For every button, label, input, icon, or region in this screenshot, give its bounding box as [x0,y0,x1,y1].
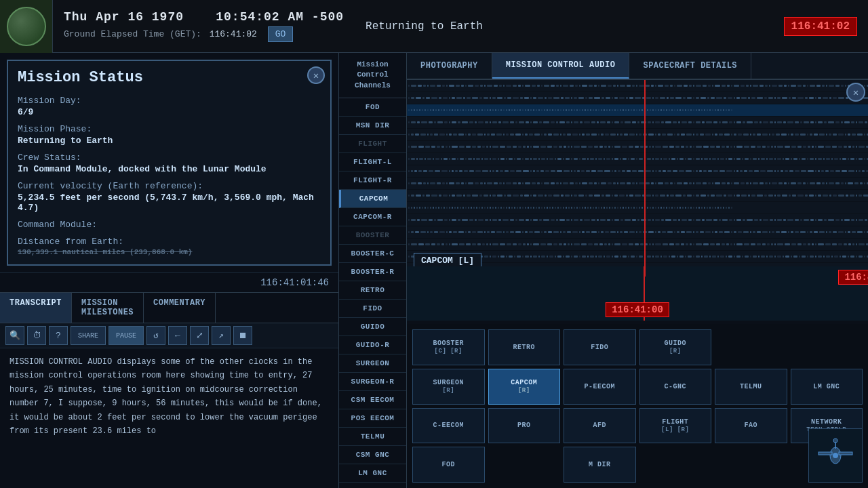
mission-day-label: Mission Day: [18,96,321,106]
control-btn-surgeon[interactable]: SURGEON[R] [412,369,485,405]
mission-phase-label: Mission Phase: [18,124,321,134]
channel-btn-pos-eecom[interactable]: POS EECOM [339,409,406,428]
panel-tab-mission-control-audio[interactable]: MISSION CONTROL AUDIO [492,53,630,79]
svg-rect-345 [839,452,852,455]
waveform-row [407,202,868,214]
waveform-timer: 116:41:00 [606,302,669,317]
get-line: Ground Elapsed Time (GET): 116:41:02 GO [64,26,344,42]
waveform-row [407,178,868,190]
waveform-row [407,214,868,226]
channel-btn-retro[interactable]: RETRO [339,281,406,300]
waveform-canvas [407,80,868,277]
channel-btn-csm-gnc[interactable]: CSM GNC [339,446,406,464]
module-label: Command Module: [18,220,321,230]
tab-transcript[interactable]: TRANSCRIPT [0,293,72,323]
datetime-block: Thu Apr 16 1970 10:54:02 AM -500 Ground … [53,5,355,47]
control-btn-booster[interactable]: BOOSTER[C] [R] [412,329,485,365]
channel-btn-telmu[interactable]: TELMU [339,428,406,446]
control-btn-flight[interactable]: FLIGHT[L] [R] [639,408,712,444]
date-display: Thu Apr 16 1970 10:54:02 AM -500 [64,10,344,24]
close-panel-button[interactable]: ✕ [846,83,865,102]
mission-timer: 116:41:02 [784,17,857,36]
channel-btn-csm-eecom[interactable]: CSM EECOM [339,391,406,409]
crew-status-value: In Command Module, docked with the Lunar… [18,164,321,174]
channel-btn-guido-r[interactable]: GUIDO-R [339,336,406,354]
svg-point-348 [833,439,837,443]
channel-btn-surgeon[interactable]: SURGEON [339,354,406,373]
top-bar: Thu Apr 16 1970 10:54:02 AM -500 Ground … [0,0,868,53]
tab-milestones[interactable]: MISSION MILESTONES [72,293,144,323]
channel-btn-capcom-r[interactable]: CAPCOM-R [339,208,406,226]
channel-list: FODMSN DIRFLIGHTFLIGHT-LFLIGHT-RCAPCOMCA… [339,98,406,488]
mission-phase-text: Returning to Earth [366,20,483,33]
main-panel: PHOTOGRAPHYMISSION CONTROL AUDIOSPACECRA… [407,53,868,488]
waveform-timer2: 116:41:02 [838,270,868,285]
panel-tabs: PHOTOGRAPHYMISSION CONTROL AUDIOSPACECRA… [407,53,868,80]
waveform-area[interactable]: ✕ [407,80,868,277]
channel-btn-flight: FLIGHT [339,135,406,153]
transcript-content: MISSION CONTROL AUDIO displays some of t… [0,348,338,470]
control-btn-pro[interactable]: PRO [488,408,561,444]
control-btn-p-eecom[interactable]: P-EECOM [564,369,636,405]
expand-button[interactable]: ⤢ [190,326,209,345]
channel-btn-booster: BOOSTER [339,226,406,245]
control-empty-empty3 [488,447,561,483]
search-button[interactable]: 🔍 [5,326,24,345]
back-button[interactable]: ← [168,326,187,345]
waveform-row [407,80,868,92]
channel-btn-guido[interactable]: GUIDO [339,318,406,336]
control-btn-lm-gnc[interactable]: LM GNC [791,369,863,405]
control-grid: BOOSTER[C] [R]RETROFIDOGUIDO[R]SURGEON[R… [407,324,868,488]
waveform-row [407,239,868,251]
go-button[interactable]: GO [268,26,294,42]
control-btn-fod[interactable]: FOD [412,447,485,483]
channel-btn-capcom[interactable]: CAPCOM [339,190,406,208]
channel-btn-fido[interactable]: FIDO [339,300,406,318]
panel-tab-photography[interactable]: PHOTOGRAPHY [407,53,492,79]
channel-btn-booster-r[interactable]: BOOSTER-R [339,263,406,281]
channel-sidebar: Mission Control Channels FODMSN DIRFLIGH… [339,53,407,488]
time-value: 10:54:02 AM -500 [216,10,344,24]
control-btn-fao[interactable]: FAO [715,408,787,444]
svg-point-346 [833,453,838,458]
share-button[interactable]: SHARE [71,326,106,345]
mission-status-box: Mission Status ✕ Mission Day: 6/9 Missio… [7,60,332,266]
panel-tab-spacecraft-details[interactable]: SPACECRAFT DETAILS [629,53,751,79]
control-empty-empty5 [715,447,787,483]
channel-btn-msn-dir[interactable]: MSN DIR [339,117,406,135]
control-btn-retro[interactable]: RETRO [488,329,561,365]
channel-btn-lm-gnc[interactable]: LM GNC [339,464,406,483]
rewind-button[interactable]: ↺ [146,326,165,345]
waveform-row [407,92,868,104]
control-btn-fido[interactable]: FIDO [564,329,636,365]
mission-status-title: Mission Status [18,69,321,86]
history-button[interactable]: ⏱ [27,326,46,345]
control-btn-guido[interactable]: GUIDO[R] [639,329,712,365]
pause-button[interactable]: PAUSE [108,326,144,345]
waveform-row [407,190,868,202]
audio-waveform[interactable]: 116:41:00 116:41:02 [407,266,868,321]
channel-btn-flight-r[interactable]: FLIGHT-R [339,171,406,190]
playhead [644,80,646,277]
channel-btn-procedures[interactable]: PROCEDURES [339,483,406,488]
control-btn-c-gnc[interactable]: C-GNC [639,369,712,405]
control-btn-afd[interactable]: AFD [564,408,636,444]
help-button[interactable]: ? [49,326,68,345]
stop-button[interactable]: ⏹ [233,326,252,345]
control-btn-m-dir[interactable]: M DIR [564,447,636,483]
channel-btn-fod[interactable]: FOD [339,98,406,117]
channel-btn-booster-c[interactable]: BOOSTER-C [339,245,406,263]
elapsed-time: 116:41:01:46 [0,272,338,292]
channel-btn-flight-l[interactable]: FLIGHT-L [339,153,406,171]
control-btn-capcom[interactable]: CAPCOM[R] [488,369,561,405]
close-status-button[interactable]: ✕ [307,66,325,84]
waveform-row [407,165,868,178]
control-btn-c-eecom[interactable]: C-EECOM [412,408,485,444]
control-empty-empty4 [639,447,712,483]
logo-emblem [7,7,46,46]
svg-rect-344 [818,452,832,455]
channel-btn-surgeon-r[interactable]: SURGEON-R [339,373,406,391]
share2-button[interactable]: ↗ [212,326,231,345]
control-btn-telmu[interactable]: TELMU [715,369,787,405]
tab-commentary[interactable]: COMMENTARY [144,293,216,323]
